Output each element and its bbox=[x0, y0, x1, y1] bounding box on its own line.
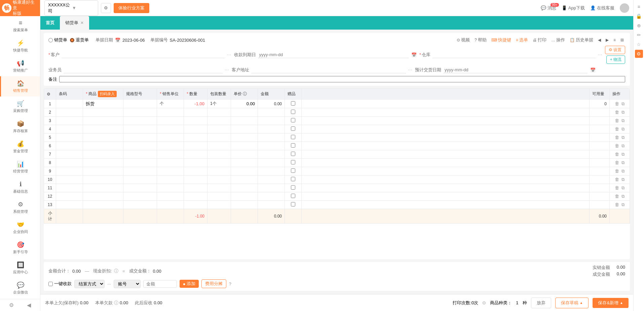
cell-gift[interactable] bbox=[285, 150, 302, 159]
row-copy-icon[interactable]: ⧉ bbox=[621, 177, 624, 182]
cell-qty[interactable] bbox=[184, 133, 207, 142]
cell-spec[interactable] bbox=[123, 108, 157, 117]
sidebar-item-operations[interactable]: 📊经营管理 bbox=[0, 157, 40, 177]
cell-qty[interactable] bbox=[184, 201, 207, 209]
sidebar-item-basic[interactable]: ℹ基础信息 bbox=[0, 177, 40, 197]
one-click-payment-checkbox[interactable]: 一键收款 bbox=[48, 281, 72, 287]
cell-qty[interactable] bbox=[184, 184, 207, 192]
row-delete-icon[interactable]: 🗑 bbox=[615, 202, 619, 207]
cell-spec[interactable] bbox=[123, 192, 157, 201]
cell-product[interactable] bbox=[83, 167, 123, 176]
cell-gift[interactable] bbox=[285, 125, 302, 133]
rp-add-icon[interactable]: ⊕ bbox=[635, 22, 643, 30]
cell-barcode[interactable] bbox=[56, 100, 83, 108]
cell-product[interactable] bbox=[83, 125, 123, 133]
cell-qty[interactable] bbox=[184, 192, 207, 201]
cell-barcode[interactable] bbox=[56, 142, 83, 150]
cell-price[interactable] bbox=[231, 100, 258, 108]
cell-barcode[interactable] bbox=[56, 159, 83, 167]
rp-star-icon[interactable]: ☆ bbox=[635, 40, 643, 48]
row-copy-icon[interactable]: ⧉ bbox=[621, 126, 624, 131]
sidebar-item-sales-mgmt[interactable]: 🏠销售管理 bbox=[0, 76, 40, 96]
cell-barcode[interactable] bbox=[56, 184, 83, 192]
sidebar-item-wechat[interactable]: 💬企业微信 bbox=[0, 278, 40, 298]
cell-gift[interactable] bbox=[285, 201, 302, 209]
cell-price[interactable] bbox=[231, 167, 258, 176]
radio-return-label[interactable]: 退货单 bbox=[70, 37, 89, 43]
warehouse-more-icon[interactable]: ··· bbox=[598, 52, 602, 58]
cell-product[interactable] bbox=[83, 159, 123, 167]
cell-price[interactable] bbox=[231, 184, 258, 192]
customer-input[interactable] bbox=[62, 51, 225, 58]
view-list-btn[interactable]: ≡ bbox=[612, 37, 617, 43]
save-new-button[interactable]: 保存&新增 ▲ bbox=[593, 298, 629, 308]
cell-qty[interactable] bbox=[184, 159, 207, 167]
cell-price[interactable] bbox=[231, 117, 258, 125]
cell-barcode[interactable] bbox=[56, 108, 83, 117]
cell-spec[interactable] bbox=[123, 176, 157, 184]
settings-gear-button[interactable]: ⚙ bbox=[101, 3, 111, 13]
row-delete-icon[interactable]: 🗑 bbox=[615, 118, 619, 123]
cell-qty[interactable] bbox=[184, 150, 207, 159]
cell-product[interactable] bbox=[83, 184, 123, 192]
sidebar-item-system[interactable]: ⚙系统管理 bbox=[0, 197, 40, 218]
row-delete-icon[interactable]: 🗑 bbox=[615, 177, 619, 182]
cell-product[interactable] bbox=[83, 133, 123, 142]
operate-btn[interactable]: … 操作 bbox=[550, 36, 566, 44]
cell-spec[interactable] bbox=[123, 150, 157, 159]
cell-price[interactable] bbox=[231, 133, 258, 142]
abandon-button[interactable]: 放弃 bbox=[531, 298, 551, 308]
radio-sales[interactable] bbox=[48, 38, 53, 42]
cell-gift[interactable] bbox=[285, 133, 302, 142]
cell-qty[interactable] bbox=[184, 167, 207, 176]
video-btn[interactable]: ⊙ 视频 bbox=[455, 36, 471, 44]
cell-spec[interactable] bbox=[123, 159, 157, 167]
sidebar-item-marketing[interactable]: 📢营销推广 bbox=[0, 56, 40, 76]
nav-prev-btn[interactable]: ◀ bbox=[597, 37, 602, 43]
settlement-method-select[interactable]: 结算方式 bbox=[74, 280, 105, 288]
cell-qty[interactable] bbox=[184, 117, 207, 125]
scan-btn[interactable]: 扫码录入 bbox=[98, 91, 117, 97]
save-draft-button[interactable]: 保存草稿 ▲ bbox=[555, 298, 589, 308]
cell-spec[interactable] bbox=[123, 133, 157, 142]
cell-spec[interactable] bbox=[123, 125, 157, 133]
online-support-button[interactable]: 👤 在线客服 bbox=[590, 5, 614, 11]
cell-product[interactable] bbox=[83, 117, 123, 125]
row-copy-icon[interactable]: ⧉ bbox=[621, 118, 624, 123]
cell-price[interactable] bbox=[231, 192, 258, 201]
trial-plan-button[interactable]: 体验行业方案 bbox=[114, 3, 149, 13]
cell-barcode[interactable] bbox=[56, 176, 83, 184]
rp-lock-icon[interactable]: 🔒 bbox=[635, 12, 643, 20]
shortcut-btn[interactable]: ⌨ 快捷键 bbox=[490, 36, 513, 44]
sidebar-item-enterprise[interactable]: 🤝企业协同 bbox=[0, 218, 40, 238]
nav-next-btn[interactable]: ▶ bbox=[604, 37, 610, 43]
cell-product[interactable] bbox=[83, 176, 123, 184]
payment-date-input[interactable] bbox=[258, 51, 409, 58]
row-copy-icon[interactable]: ⧉ bbox=[621, 143, 624, 148]
salesman-more-icon[interactable]: ··· bbox=[225, 67, 229, 73]
row-copy-icon[interactable]: ⧉ bbox=[621, 110, 624, 115]
settlement-more-icon[interactable]: ··· bbox=[107, 281, 111, 286]
row-copy-icon[interactable]: ⧉ bbox=[621, 202, 624, 207]
cell-spec[interactable] bbox=[123, 117, 157, 125]
print-btn[interactable]: 🖨 打印 bbox=[531, 36, 548, 44]
cell-barcode[interactable] bbox=[56, 150, 83, 159]
account-select[interactable]: 账号 bbox=[114, 280, 141, 288]
tab-sales[interactable]: 销货单 ✕ bbox=[60, 16, 89, 30]
row-delete-icon[interactable]: 🗑 bbox=[615, 126, 619, 131]
cell-price[interactable] bbox=[231, 125, 258, 133]
cell-barcode[interactable] bbox=[56, 201, 83, 209]
cell-gift[interactable] bbox=[285, 108, 302, 117]
expected-date-calendar-icon[interactable]: 📅 bbox=[590, 68, 596, 73]
tab-home[interactable]: 首页 bbox=[40, 16, 60, 30]
row-delete-icon[interactable]: 🗑 bbox=[615, 194, 619, 199]
view-grid-btn[interactable]: ⊞ bbox=[619, 37, 625, 43]
amount-input[interactable] bbox=[143, 280, 177, 288]
radio-return[interactable] bbox=[70, 38, 74, 42]
cell-barcode[interactable] bbox=[56, 192, 83, 201]
th-settings[interactable]: ⚙ bbox=[44, 89, 56, 100]
notes-input[interactable] bbox=[59, 76, 625, 82]
row-delete-icon[interactable]: 🗑 bbox=[615, 101, 619, 106]
expected-date-input[interactable] bbox=[443, 67, 588, 73]
row-copy-icon[interactable]: ⧉ bbox=[621, 185, 624, 190]
